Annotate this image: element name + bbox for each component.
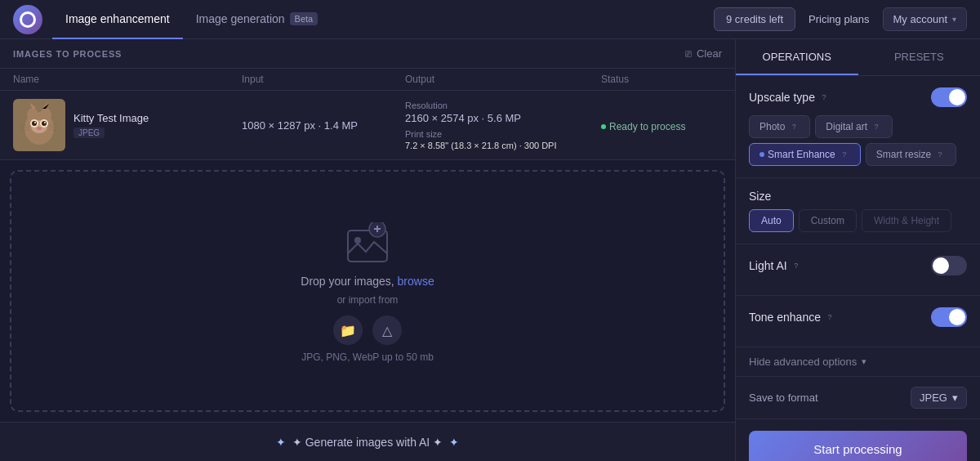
tone-enhance-row: Tone enhance ? xyxy=(749,307,967,327)
toggle-knob xyxy=(949,89,965,105)
tab-operations[interactable]: OPERATIONS xyxy=(736,39,858,75)
logo-icon xyxy=(20,11,36,28)
image-cell: Kitty Test Image JPEG xyxy=(13,99,242,151)
table-header: Name Input Output Status xyxy=(0,69,735,91)
tone-enhance-toggle[interactable] xyxy=(931,307,967,327)
status-badge: Ready to process xyxy=(601,121,685,132)
image-name: Kitty Test Image xyxy=(74,112,149,124)
sparkle-left-icon: ✦ xyxy=(276,436,286,449)
svg-point-14 xyxy=(44,122,46,123)
save-format-row: Save to format JPEG ▾ xyxy=(736,377,980,419)
images-bar-title: IMAGES TO PROCESS xyxy=(13,49,122,59)
type-photo-button[interactable]: Photo ? xyxy=(749,115,810,138)
drop-zone[interactable]: Drop your images, browse or import from … xyxy=(10,170,725,412)
folder-import-button[interactable]: 📁 xyxy=(333,316,363,345)
light-ai-toggle-knob xyxy=(933,257,949,274)
tab-presets[interactable]: PRESETS xyxy=(858,39,981,75)
tab-image-generation[interactable]: Image generation Beta xyxy=(183,0,332,39)
panel-tabs: OPERATIONS PRESETS xyxy=(736,39,980,76)
status-dot xyxy=(601,124,606,129)
upscale-info-icon[interactable]: ? xyxy=(818,92,830,103)
digital-art-info-icon[interactable]: ? xyxy=(871,121,882,132)
image-info: Kitty Test Image JPEG xyxy=(74,112,149,138)
size-custom-button[interactable]: Custom xyxy=(799,209,857,232)
logo xyxy=(13,5,42,34)
advanced-chevron-icon: ▾ xyxy=(862,356,866,367)
format-badge: JPEG xyxy=(74,128,105,138)
right-panel: OPERATIONS PRESETS Upscale type ? Photo xyxy=(735,39,980,461)
upload-icon xyxy=(343,219,392,268)
format-chevron-icon: ▾ xyxy=(952,392,958,404)
smart-enhance-info-icon[interactable]: ? xyxy=(839,149,850,160)
generate-text: ✦ Generate images with AI ✦ xyxy=(292,436,443,449)
upscale-label: Upscale type ? xyxy=(749,91,830,104)
light-ai-section: Light AI ? xyxy=(736,244,980,296)
format-value: JPEG xyxy=(920,392,947,404)
size-width-height-button[interactable]: Width & Height xyxy=(862,209,951,232)
drive-icon: △ xyxy=(382,323,392,338)
size-buttons: Auto Custom Width & Height xyxy=(749,209,967,232)
import-text: or import from xyxy=(337,294,399,306)
tone-enhance-section: Tone enhance ? xyxy=(736,296,980,347)
sparkle-right-icon: ✦ xyxy=(449,436,459,449)
drop-text: Drop your images, browse xyxy=(301,275,434,288)
tone-enhance-info-icon[interactable]: ? xyxy=(824,311,835,323)
input-cell: 1080 × 1287 px · 1.4 MP xyxy=(242,118,405,132)
left-panel: IMAGES TO PROCESS ⎚ Clear Name Input Out… xyxy=(0,39,735,461)
svg-point-15 xyxy=(37,127,42,130)
tab-image-enhancement[interactable]: Image enhancement xyxy=(52,0,183,39)
header: Image enhancement Image generation Beta … xyxy=(0,0,980,39)
type-digital-art-button[interactable]: Digital art ? xyxy=(815,115,893,138)
credits-button[interactable]: 9 credits left xyxy=(714,7,795,31)
drive-import-button[interactable]: △ xyxy=(372,316,402,345)
size-section: Size Auto Custom Width & Height xyxy=(736,178,980,244)
chevron-down-icon: ▾ xyxy=(952,15,956,24)
import-icons: 📁 △ xyxy=(333,316,402,345)
images-bar: IMAGES TO PROCESS ⎚ Clear xyxy=(0,39,735,69)
active-dot xyxy=(760,152,764,157)
clear-button[interactable]: ⎚ Clear xyxy=(685,47,722,60)
pricing-link[interactable]: Pricing plans xyxy=(808,13,869,25)
file-types-text: JPG, PNG, WebP up to 50 mb xyxy=(301,351,434,363)
main-layout: IMAGES TO PROCESS ⎚ Clear Name Input Out… xyxy=(0,39,980,461)
upscale-type-buttons: Photo ? Digital art ? Smart Enhance ? Sm… xyxy=(749,115,967,166)
tone-enhance-label: Tone enhance ? xyxy=(749,311,835,324)
type-smart-resize-button[interactable]: Smart resize ? xyxy=(866,143,956,166)
status-cell: Ready to process xyxy=(601,118,735,132)
type-smart-enhance-button[interactable]: Smart Enhance ? xyxy=(749,143,861,166)
format-select[interactable]: JPEG ▾ xyxy=(911,387,967,409)
light-ai-toggle[interactable] xyxy=(931,256,967,275)
light-ai-label: Light AI ? xyxy=(749,259,802,272)
image-thumbnail xyxy=(13,99,65,151)
advanced-options-toggle[interactable]: Hide advanced options ▾ xyxy=(736,347,980,377)
upscale-row: Upscale type ? xyxy=(749,87,967,107)
output-cell: Resolution 2160 × 2574 px · 5.6 MP Print… xyxy=(405,101,601,150)
account-button[interactable]: My account ▾ xyxy=(883,7,967,31)
size-label: Size xyxy=(749,190,967,203)
light-ai-info-icon[interactable]: ? xyxy=(791,260,802,271)
beta-badge: Beta xyxy=(290,12,318,25)
table-row: Kitty Test Image JPEG 1080 × 1287 px · 1… xyxy=(0,91,735,159)
photo-info-icon[interactable]: ? xyxy=(788,121,800,132)
folder-icon: 📁 xyxy=(340,323,356,338)
browse-link[interactable]: browse xyxy=(398,275,434,288)
images-table: Name Input Output Status xyxy=(0,69,735,160)
light-ai-row: Light AI ? xyxy=(749,256,967,275)
svg-point-11 xyxy=(32,121,37,126)
svg-point-13 xyxy=(34,122,36,123)
svg-point-12 xyxy=(42,121,47,126)
smart-resize-info-icon[interactable]: ? xyxy=(934,149,946,160)
size-auto-button[interactable]: Auto xyxy=(749,209,794,232)
save-format-label: Save to format xyxy=(749,392,818,404)
upscale-section: Upscale type ? Photo ? Digital art ? xyxy=(736,76,980,178)
upscale-toggle[interactable] xyxy=(931,87,967,107)
tone-enhance-toggle-knob xyxy=(949,309,965,325)
generate-bar[interactable]: ✦ ✦ Generate images with AI ✦ ✦ xyxy=(0,422,735,461)
start-processing-button[interactable]: Start processing xyxy=(749,431,967,461)
broom-icon: ⎚ xyxy=(685,47,692,60)
